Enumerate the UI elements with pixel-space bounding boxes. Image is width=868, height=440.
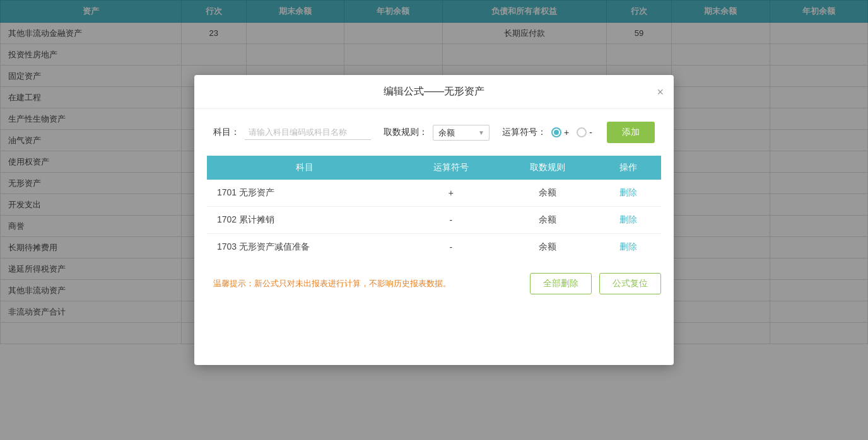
tip-text: 温馨提示：新公式只对未出报表进行计算，不影响历史报表数据。 bbox=[213, 278, 451, 289]
row3-subject: 1703 无形资产减值准备 bbox=[207, 234, 403, 261]
subject-group: 科目： bbox=[213, 125, 371, 140]
table-row: 1703 无形资产减值准备 - 余额 删除 bbox=[207, 234, 661, 261]
table-row: 1702 累计摊销 - 余额 删除 bbox=[207, 207, 661, 234]
subject-input[interactable] bbox=[245, 125, 371, 140]
col-rule: 取数规则 bbox=[499, 156, 595, 180]
rule-group: 取数规则： 余额 借方 贷方 借方发生额 贷方发生额 ▼ bbox=[384, 125, 490, 141]
row2-delete-link[interactable]: 删除 bbox=[619, 214, 637, 224]
subject-label: 科目： bbox=[213, 127, 240, 138]
rule-label: 取数规则： bbox=[384, 127, 428, 138]
operator-minus-label: - bbox=[589, 127, 592, 137]
row2-subject: 1702 累计摊销 bbox=[207, 207, 403, 234]
modal-header: 编辑公式——无形资产 × bbox=[194, 75, 674, 109]
modal-close-button[interactable]: × bbox=[657, 86, 664, 98]
radio-minus-circle bbox=[577, 127, 587, 137]
row3-rule: 余额 bbox=[499, 234, 595, 261]
row3-delete-link[interactable]: 删除 bbox=[619, 241, 637, 252]
row3-operator: - bbox=[403, 234, 500, 261]
row1-subject: 1701 无形资产 bbox=[207, 180, 403, 207]
row1-delete-link[interactable]: 删除 bbox=[619, 187, 637, 197]
row2-rule: 余额 bbox=[499, 207, 595, 234]
modal-title: 编辑公式——无形资产 bbox=[384, 85, 484, 98]
col-action: 操作 bbox=[595, 156, 661, 180]
reset-formula-button[interactable]: 公式复位 bbox=[599, 273, 661, 294]
col-subject: 科目 bbox=[207, 156, 403, 180]
table-row: 1701 无形资产 + 余额 删除 bbox=[207, 180, 661, 207]
operator-plus-label: + bbox=[564, 127, 569, 137]
row1-action: 删除 bbox=[595, 180, 661, 207]
modal-overlay: 编辑公式——无形资产 × 科目： 取数规则： 余额 借方 贷方 借方发生额 bbox=[0, 0, 868, 440]
row1-rule: 余额 bbox=[499, 180, 595, 207]
operator-label: 运算符号： bbox=[502, 127, 546, 138]
row2-action: 删除 bbox=[595, 207, 661, 234]
operator-group: 运算符号： + - bbox=[502, 127, 592, 138]
rule-select[interactable]: 余额 借方 贷方 借方发生额 贷方发生额 bbox=[433, 125, 490, 141]
operator-plus-option[interactable]: + bbox=[551, 127, 569, 137]
form-row: 科目： 取数规则： 余额 借方 贷方 借方发生额 贷方发生额 ▼ bbox=[194, 109, 674, 156]
operator-radio-group: + - bbox=[551, 127, 592, 137]
add-button[interactable]: 添加 bbox=[607, 122, 655, 143]
row2-operator: - bbox=[403, 207, 500, 234]
rule-select-wrapper: 余额 借方 贷方 借方发生额 贷方发生额 ▼ bbox=[433, 125, 490, 141]
table-header-row: 科目 运算符号 取数规则 操作 bbox=[207, 156, 661, 180]
row1-operator: + bbox=[403, 180, 500, 207]
col-operator: 运算符号 bbox=[403, 156, 500, 180]
modal-footer: 温馨提示：新公式只对未出报表进行计算，不影响历史报表数据。 全部删除 公式复位 bbox=[194, 260, 674, 301]
row3-action: 删除 bbox=[595, 234, 661, 261]
formula-table: 科目 运算符号 取数规则 操作 1701 无形资产 + 余额 删除 bbox=[207, 156, 661, 260]
radio-plus-circle bbox=[551, 127, 561, 137]
delete-all-button[interactable]: 全部删除 bbox=[530, 273, 592, 294]
data-table-wrapper: 科目 运算符号 取数规则 操作 1701 无形资产 + 余额 删除 bbox=[207, 156, 661, 260]
footer-buttons: 全部删除 公式复位 bbox=[530, 273, 661, 294]
operator-minus-option[interactable]: - bbox=[577, 127, 592, 137]
modal-dialog: 编辑公式——无形资产 × 科目： 取数规则： 余额 借方 贷方 借方发生额 bbox=[194, 75, 674, 365]
